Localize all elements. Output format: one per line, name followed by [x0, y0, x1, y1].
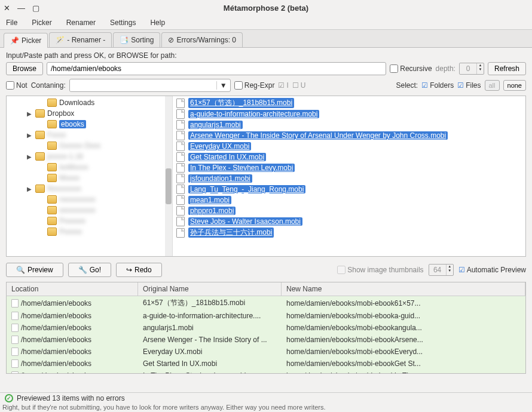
- tree-item[interactable]: Downloads: [7, 97, 172, 108]
- files-checkbox[interactable]: ☑ Files: [457, 81, 481, 90]
- file-item[interactable]: 61×57（节选）_181b8b15.mobi: [173, 97, 525, 109]
- file-item[interactable]: Get Started In UX.mobi: [173, 152, 525, 162]
- result-row[interactable]: /home/damien/ebooksArsene Wenger - The I…: [7, 334, 525, 346]
- tab-errors[interactable]: ⊘ Errors/Warnings: 0: [161, 32, 243, 47]
- tab-sorting[interactable]: 📑 Sorting: [113, 32, 160, 47]
- expander-icon[interactable]: ▶: [27, 132, 33, 139]
- doc-icon: [11, 312, 19, 320]
- wand-icon: 🪄: [56, 36, 65, 44]
- regexpr-checkbox[interactable]: Reg-Expr: [234, 81, 275, 90]
- file-item[interactable]: In The Plex - Stevhen Levy.mobi: [173, 162, 525, 173]
- cell-location: /home/damien/ebooks: [21, 348, 91, 356]
- tree-item[interactable]: Mxxxx: [7, 173, 172, 183]
- file-icon: [176, 109, 185, 119]
- tree-item[interactable]: nxxxxxxxxx: [7, 194, 172, 205]
- tree-item[interactable]: oxxxxxxxxx: [7, 205, 172, 216]
- not-checkbox[interactable]: Not: [6, 81, 27, 90]
- u-checkbox[interactable]: ☐ U: [292, 81, 306, 90]
- tree-item[interactable]: ▶Dropbox: [7, 108, 172, 119]
- folder-icon: [47, 227, 57, 236]
- select-all-button[interactable]: all: [485, 80, 500, 91]
- refresh-button[interactable]: Refresh: [488, 62, 526, 75]
- tree-item[interactable]: ebooks: [7, 119, 172, 130]
- file-item[interactable]: phppro1.mobi: [173, 205, 525, 216]
- menu-file[interactable]: File: [6, 19, 17, 27]
- file-item[interactable]: Lang_Tu_Teng_-_Jiang_Rong.mobi: [173, 184, 525, 195]
- result-row[interactable]: /home/damien/ebooksGet Started In UX.mob…: [7, 358, 525, 370]
- tab-renamer[interactable]: 🪄 - Renamer -: [49, 32, 112, 47]
- cell-original: Everyday UX.mobi: [138, 347, 282, 356]
- file-item[interactable]: Arsene Wenger - The Inside Story of Arse…: [173, 130, 525, 141]
- containing-label: Contaning:: [31, 81, 66, 90]
- cell-newname: home/damien/ebooks/mobi-ebooka-guid...: [282, 311, 525, 321]
- tree-item-label: Downloads: [59, 99, 94, 107]
- file-icon: [176, 120, 185, 130]
- cell-location: /home/damien/ebooks: [21, 359, 91, 368]
- file-item[interactable]: 孙子兵法与三十六计.mobi: [173, 227, 525, 238]
- menu-renamer[interactable]: Renamer: [66, 19, 96, 27]
- browse-button[interactable]: Browse: [6, 62, 43, 75]
- tree-item[interactable]: Pxxxxxx: [7, 216, 172, 226]
- result-row[interactable]: /home/damien/ebooksa-guide-to-informatio…: [7, 310, 525, 322]
- expander-icon[interactable]: ▶: [27, 110, 33, 117]
- tree-item[interactable]: ▶Nxxxxxxxx: [7, 183, 172, 194]
- close-icon[interactable]: ✕: [4, 4, 10, 13]
- select-label: Select:: [396, 81, 418, 90]
- expander-icon[interactable]: ▶: [27, 153, 33, 160]
- cell-location: /home/damien/ebooks: [21, 324, 91, 332]
- menu-help[interactable]: Help: [150, 19, 165, 27]
- result-row[interactable]: /home/damien/ebooksangularjs1.mobihome/d…: [7, 322, 525, 334]
- expander-icon[interactable]: ▶: [27, 186, 33, 192]
- i-checkbox[interactable]: ☑ I: [278, 81, 288, 90]
- tree-scrollbar[interactable]: [165, 96, 172, 256]
- menu-picker[interactable]: Picker: [32, 19, 51, 27]
- tab-picker[interactable]: 📌 Picker: [4, 33, 48, 48]
- file-item[interactable]: mean1.mobi: [173, 195, 525, 205]
- col-newname[interactable]: New Name: [282, 282, 525, 296]
- folder-tree[interactable]: Downloads▶Dropboxebooks▶FxxxxGxxxxx Dxxx…: [7, 96, 173, 256]
- result-row[interactable]: /home/damien/ebooksEveryday UX.mobihome/…: [7, 346, 525, 358]
- file-icon: [176, 131, 185, 140]
- preview-button[interactable]: 🔍Preview: [6, 263, 63, 277]
- tree-item[interactable]: Pxxxxx: [7, 226, 172, 237]
- col-original[interactable]: Original Name: [138, 282, 282, 296]
- file-item[interactable]: angularjs1.mobi: [173, 119, 525, 130]
- chevron-down-icon[interactable]: ▼: [216, 81, 230, 90]
- auto-preview-checkbox[interactable]: ☑ Automatic Preview: [458, 266, 526, 274]
- tree-item[interactable]: lxxMxxxx: [7, 162, 172, 173]
- doc-icon: [11, 324, 19, 332]
- col-location[interactable]: Location: [7, 282, 138, 296]
- select-none-button[interactable]: none: [503, 80, 526, 91]
- redo-button[interactable]: ↪Redo: [116, 263, 162, 277]
- tree-item[interactable]: ▶jxxxxx-1.16: [7, 151, 172, 162]
- window-title: Métamorphose 2 (beta): [51, 4, 481, 13]
- thumbnails-checkbox[interactable]: Show image thumbnails: [337, 266, 423, 274]
- statusbar: ✓ Previewed 13 items with no errors: [0, 392, 532, 404]
- results-table[interactable]: /home/damien/ebooks61×57（节选）_181b8b15.mo…: [6, 296, 526, 374]
- path-input[interactable]: [47, 62, 386, 75]
- file-item[interactable]: Everyday UX.mobi: [173, 141, 525, 152]
- file-list[interactable]: 61×57（节选）_181b8b15.mobia-guide-to-inform…: [173, 96, 525, 256]
- folders-checkbox[interactable]: ☑ Folders: [421, 81, 454, 90]
- file-label: Get Started In UX.mobi: [188, 153, 266, 161]
- go-button[interactable]: 🔧Go!: [68, 263, 111, 277]
- containing-combo[interactable]: ▼: [69, 79, 231, 92]
- result-row[interactable]: /home/damien/ebooksIn The Plex - Stevhen…: [7, 370, 525, 374]
- file-item[interactable]: Steve Jobs - Walter Isaacson.mobi: [173, 216, 525, 227]
- result-row[interactable]: /home/damien/ebooks61×57（节选）_181b8b15.mo…: [7, 296, 525, 310]
- tree-item[interactable]: ▶Fxxxx: [7, 130, 172, 140]
- menu-settings[interactable]: Settings: [110, 19, 136, 27]
- folder-icon: [47, 217, 57, 225]
- cell-newname: home/damien/ebooks/mobi-ebookArsene...: [282, 335, 525, 345]
- file-item[interactable]: a-guide-to-information-architecture.mobi: [173, 109, 525, 119]
- recursive-checkbox[interactable]: Recursive: [390, 64, 432, 73]
- doc-icon: [11, 359, 19, 368]
- tree-item[interactable]: Gxxxxx Dxxx: [7, 140, 172, 151]
- file-item[interactable]: jsfoundation1.mobi: [173, 173, 525, 184]
- tree-item-label: lxxMxxxx: [59, 163, 88, 171]
- minimize-icon[interactable]: —: [17, 4, 25, 13]
- file-label: angularjs1.mobi: [188, 121, 243, 129]
- file-icon: [176, 217, 185, 226]
- folder-icon: [35, 109, 45, 118]
- maximize-icon[interactable]: ▢: [32, 4, 39, 13]
